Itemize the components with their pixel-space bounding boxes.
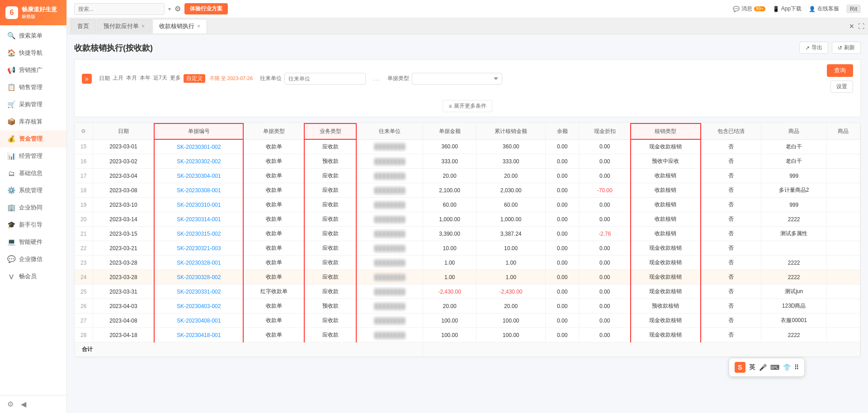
cell-date-2: 2023-03-04 — [93, 169, 154, 183]
cell-discount-8: 0.00 — [579, 256, 631, 270]
sidebar-item-member[interactable]: V畅会员 — [0, 268, 66, 285]
docno-link-0[interactable]: SK-20230301-002 — [177, 144, 221, 150]
docno-link-5[interactable]: SK-20230314-001 — [177, 216, 221, 223]
online-service-item[interactable]: 👤 在线客服 — [809, 5, 839, 13]
docno-link-12[interactable]: SK-20230408-001 — [177, 318, 221, 324]
cell-amount-12: 100.00 — [423, 313, 476, 328]
docno-link-4[interactable]: SK-20230310-001 — [177, 202, 221, 208]
cell-cleared-6: 否 — [701, 227, 761, 241]
sidebar-item-wechat[interactable]: 💬企业微信 — [0, 251, 66, 268]
header-gear-icon[interactable]: ⚙ — [175, 5, 181, 13]
cell-verifytype-1: 预收中应收 — [631, 154, 701, 169]
filter-date-prev-month[interactable]: 上月 — [113, 74, 123, 83]
sidebar-item-basic[interactable]: 🗂基础信息 — [0, 165, 66, 182]
cell-partner-4: ████████ — [356, 198, 423, 212]
refresh-icon: ↺ — [838, 45, 842, 51]
filter-doctype-select[interactable]: 收款单 红字收款单 — [412, 73, 502, 85]
cell-docno-1: SK-20230302-002 — [154, 154, 243, 169]
inventory-icon: 📦 — [7, 118, 15, 126]
cell-doctype-10: 红字收款单 — [243, 285, 304, 299]
table-header-row: ⚙ 日期 单据编号 单据类型 业务类型 往来单位 单据金额 累计核销金额 余额 … — [75, 123, 860, 139]
filter-settings-btn[interactable]: 设置 — [830, 81, 853, 93]
cell-balance-7: 0.00 — [546, 241, 579, 256]
filter-panel: » 日期 上月 本月 本年 近7天 更多 自定义 不限 至 2023-07-26 — [74, 59, 861, 117]
cell-goods1-4: 999 — [761, 198, 826, 212]
tab-home-label: 首页 — [77, 22, 89, 30]
tab-collection-close[interactable]: × — [197, 23, 200, 29]
sidebar-item-business[interactable]: 📊经营管理 — [0, 147, 66, 165]
cell-biztype-9: 应收款 — [304, 270, 356, 285]
app-download-item[interactable]: 📱 App下载 — [773, 5, 802, 13]
tab-collection[interactable]: 收款核销执行 × — [152, 19, 207, 33]
cell-goods2-13 — [826, 328, 860, 342]
tab-home[interactable]: 首页 — [71, 19, 96, 33]
brand-keyboard-icon[interactable]: ⌨ — [770, 364, 779, 371]
sidebar-item-purchase[interactable]: 🛒采购管理 — [0, 96, 66, 113]
docno-link-8[interactable]: SK-20230328-001 — [177, 260, 221, 266]
cell-docno-0: SK-20230301-002 — [154, 139, 243, 154]
tab-close-icon[interactable]: ✕ — [849, 23, 854, 30]
filter-toggle-btn[interactable]: » — [82, 74, 92, 84]
docno-link-2[interactable]: SK-20230304-001 — [177, 173, 221, 179]
sidebar-item-quick-nav[interactable]: 🏠快捷导航 — [0, 44, 66, 62]
filter-partner-input[interactable] — [284, 73, 366, 85]
sidebar-item-finance[interactable]: 💰资金管理 — [0, 130, 66, 147]
cell-amount-1: 333.00 — [423, 154, 476, 169]
brand-grid-icon[interactable]: ⠿ — [794, 364, 799, 371]
brand-mic-icon[interactable]: 🎤 — [759, 364, 767, 371]
filter-partner-label: 往来单位 — [260, 75, 282, 82]
business-icon: 📊 — [7, 152, 15, 160]
sidebar-item-corp[interactable]: 🏢企业协同 — [0, 199, 66, 216]
brand-shirt-icon[interactable]: 👕 — [783, 364, 791, 371]
docno-link-13[interactable]: SK-20230418-001 — [177, 332, 221, 338]
docno-link-9[interactable]: SK-20230328-002 — [177, 274, 221, 280]
purchase-icon: 🛒 — [7, 100, 15, 109]
cell-date-8: 2023-03-28 — [93, 256, 154, 270]
messages-item[interactable]: 💬 消息 99+ — [733, 5, 765, 13]
filter-date-more[interactable]: 更多 — [170, 74, 181, 83]
cell-verified-3: 2,030.00 — [476, 183, 546, 198]
col-settings-header[interactable]: ⚙ — [75, 123, 93, 139]
sidebar-item-sales[interactable]: 📋销售管理 — [0, 79, 66, 96]
settings-icon[interactable]: ⚙ — [7, 400, 14, 408]
tab-prepay[interactable]: 预付款应付单 × — [97, 19, 151, 33]
user-avatar[interactable]: Rit — [846, 5, 861, 13]
filter-date-this-year[interactable]: 本年 — [140, 74, 151, 83]
cell-amount-5: 1,000.00 — [423, 212, 476, 227]
sidebar-item-search[interactable]: 🔍搜索菜单 — [0, 27, 66, 44]
cell-docno-12: SK-20230408-001 — [154, 313, 243, 328]
cell-verifytype-12: 现金收款核销 — [631, 313, 701, 328]
docno-link-3[interactable]: SK-20230308-001 — [177, 187, 221, 194]
tab-prepay-close[interactable]: × — [142, 23, 145, 29]
cell-discount-7: 0.00 — [579, 241, 631, 256]
expand-conditions-btn[interactable]: ≡ 展开更多条件 — [443, 100, 492, 112]
sidebar-item-inventory[interactable]: 📦库存核算 — [0, 113, 66, 130]
query-btn[interactable]: 查询 — [827, 64, 853, 77]
header-search-input[interactable] — [74, 3, 165, 15]
sidebar-item-label-quick-nav: 快捷导航 — [19, 49, 42, 57]
industry-btn[interactable]: 体验行业方案 — [184, 3, 228, 14]
docno-link-1[interactable]: SK-20230302-002 — [177, 158, 221, 165]
tab-maximize-icon[interactable]: ⛶ — [858, 23, 864, 30]
collapse-icon[interactable]: ◀ — [21, 400, 26, 408]
filter-date-custom[interactable]: 自定义 — [184, 74, 205, 83]
sidebar-item-system[interactable]: ⚙️系统管理 — [0, 182, 66, 199]
filter-date-this-month[interactable]: 本月 — [126, 74, 137, 83]
sidebar-item-guide[interactable]: 🎓新手引导 — [0, 216, 66, 233]
sidebar-item-hardware[interactable]: 💻智能硬件 — [0, 233, 66, 251]
table-row: 25 2023-03-31 SK-20230331-002 红字收款单 应收款 … — [75, 285, 860, 299]
cell-doctype-3: 收款单 — [243, 183, 304, 198]
docno-link-10[interactable]: SK-20230331-002 — [177, 289, 221, 295]
docno-link-7[interactable]: SK-20230321-003 — [177, 245, 221, 252]
app-download-label: App下载 — [781, 5, 802, 13]
docno-link-11[interactable]: SK-20230403-002 — [177, 303, 221, 309]
refresh-btn[interactable]: ↺ 刷新 — [832, 42, 861, 54]
export-btn[interactable]: ↗ 导出 — [799, 42, 828, 54]
tab-bar: 首页 预付款应付单 × 收款核销执行 × ✕ ⛶ — [67, 18, 868, 34]
docno-link-6[interactable]: SK-20230315-002 — [177, 231, 221, 237]
filter-date-7days[interactable]: 近7天 — [153, 74, 167, 83]
sidebar-item-label-purchase: 采购管理 — [19, 100, 42, 109]
cell-rownum-1: 16 — [75, 154, 93, 169]
sidebar-item-marketing[interactable]: 📢营销推广 — [0, 62, 66, 79]
cell-goods1-9: 2222 — [761, 270, 826, 285]
